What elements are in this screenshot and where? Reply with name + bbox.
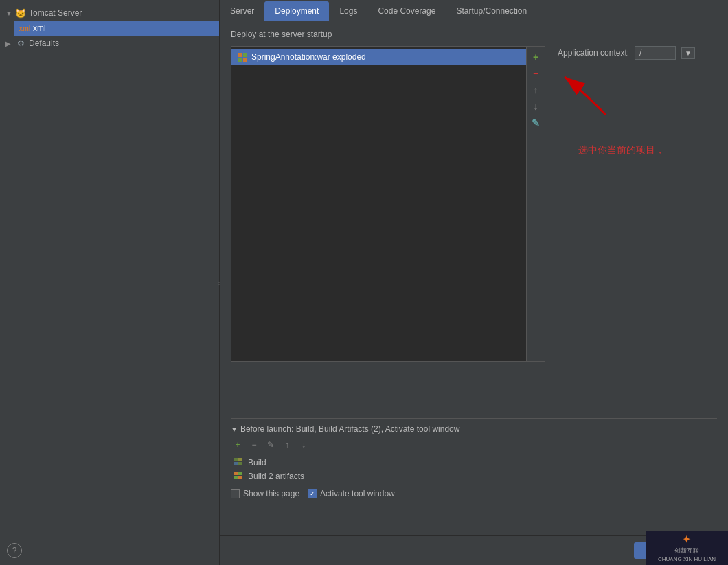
- grid-icon: [238, 53, 247, 62]
- before-launch-section: ▼ Before launch: Build, Build Artifacts …: [231, 418, 717, 498]
- show-page-checkbox-wrapper[interactable]: Show this page: [231, 489, 299, 498]
- main-panel: Server Deployment Logs Code Coverage Sta…: [220, 0, 728, 565]
- bl-add-button[interactable]: +: [231, 438, 244, 452]
- artifact-item-spring[interactable]: SpringAnnotation:war exploded: [231, 49, 526, 65]
- sidebar-label-tomcat: Tomcat Server: [29, 8, 82, 18]
- build-item-artifacts: Build 2 artifacts: [234, 470, 717, 483]
- edit-artifact-button[interactable]: ✎: [528, 115, 543, 130]
- before-launch-toolbar: + − ✎ ↑ ↓: [231, 438, 717, 452]
- tab-logs[interactable]: Logs: [329, 1, 367, 21]
- move-up-button[interactable]: ↑: [528, 82, 543, 97]
- xml-icon: xml: [19, 23, 30, 34]
- app-context-dropdown[interactable]: ▼: [681, 47, 695, 59]
- tab-bar: Server Deployment Logs Code Coverage Sta…: [220, 0, 728, 21]
- deploy-area: SpringAnnotation:war exploded + − ↑ ↓ ✎: [231, 46, 717, 410]
- add-artifact-button[interactable]: +: [528, 49, 543, 65]
- watermark: ✦ 创新互联CHUANG XIN HU LIAN: [646, 531, 728, 565]
- expand-arrow-tomcat: ▼: [5, 10, 14, 17]
- watermark-text: 创新互联CHUANG XIN HU LIAN: [658, 547, 716, 563]
- gear-icon: ⚙: [15, 38, 26, 49]
- build-icon: [234, 457, 244, 468]
- expand-arrow-defaults: ▶: [5, 40, 14, 47]
- footer-checkboxes: Show this page ✓ Activate tool window: [231, 489, 717, 498]
- bl-down-button[interactable]: ↓: [297, 438, 310, 452]
- artifact-actions: + − ↑ ↓ ✎: [526, 47, 545, 361]
- help-button[interactable]: ?: [7, 543, 22, 558]
- build-list: Build Build 2 artifacts: [231, 456, 717, 483]
- bl-remove-button[interactable]: −: [247, 438, 261, 452]
- build-artifacts-icon: [234, 471, 244, 482]
- activate-tool-checkbox[interactable]: ✓: [308, 489, 317, 498]
- tab-deployment[interactable]: Deployment: [264, 1, 329, 21]
- tab-server[interactable]: Server: [220, 1, 264, 21]
- artifact-list: SpringAnnotation:war exploded: [231, 47, 526, 361]
- sidebar: ▼ 🐱 Tomcat Server xml xml ▶ ⚙ Defaults ⋮: [0, 0, 220, 565]
- arrow-annotation: [558, 67, 717, 124]
- before-launch-arrow: ▼: [231, 426, 238, 433]
- annotation-text: 选中你当前的项目，: [578, 144, 717, 157]
- bl-up-button[interactable]: ↑: [280, 438, 294, 452]
- tomcat-icon: 🐱: [15, 8, 26, 19]
- before-launch-label: Before launch: Build, Build Artifacts (2…: [240, 424, 460, 434]
- sidebar-item-defaults[interactable]: ▶ ⚙ Defaults: [0, 36, 219, 51]
- artifact-icon: [237, 51, 248, 62]
- red-arrow-svg: [558, 67, 626, 122]
- build-label: Build: [248, 458, 266, 468]
- artifact-panel: SpringAnnotation:war exploded + − ↑ ↓ ✎: [231, 46, 545, 362]
- remove-artifact-button[interactable]: −: [528, 66, 543, 81]
- show-page-label: Show this page: [243, 489, 299, 498]
- right-panel: Application context: ▼: [552, 46, 717, 410]
- activate-tool-label: Activate tool window: [320, 489, 395, 498]
- sidebar-resize-handle[interactable]: ⋮: [217, 0, 221, 565]
- activate-tool-checkbox-wrapper[interactable]: ✓ Activate tool window: [308, 489, 395, 498]
- app-context-row: Application context: ▼: [558, 46, 717, 60]
- build-grid-icon: [234, 458, 244, 468]
- before-launch-header[interactable]: ▼ Before launch: Build, Build Artifacts …: [231, 424, 717, 434]
- app-context-input[interactable]: [635, 46, 676, 60]
- build-artifacts-label: Build 2 artifacts: [248, 472, 304, 481]
- deployment-content: Deploy at the server startup: [220, 21, 728, 535]
- tab-code-coverage[interactable]: Code Coverage: [367, 1, 446, 21]
- help-area: ?: [7, 543, 22, 558]
- sidebar-label-xml: xml: [33, 23, 46, 33]
- bl-edit-button[interactable]: ✎: [264, 438, 277, 452]
- move-down-button[interactable]: ↓: [528, 99, 543, 114]
- app-context-label: Application context:: [558, 48, 629, 58]
- build-item-build: Build: [234, 456, 717, 470]
- deploy-section-label: Deploy at the server startup: [231, 30, 717, 39]
- artifacts-grid-icon: [234, 472, 244, 481]
- sidebar-item-tomcat[interactable]: ▼ 🐱 Tomcat Server: [0, 5, 219, 21]
- sidebar-item-xml[interactable]: xml xml: [14, 21, 219, 36]
- show-page-checkbox[interactable]: [231, 489, 240, 498]
- artifact-name: SpringAnnotation:war exploded: [251, 52, 366, 62]
- sidebar-label-defaults: Defaults: [29, 38, 59, 48]
- tab-startup-connection[interactable]: Startup/Connection: [446, 1, 537, 21]
